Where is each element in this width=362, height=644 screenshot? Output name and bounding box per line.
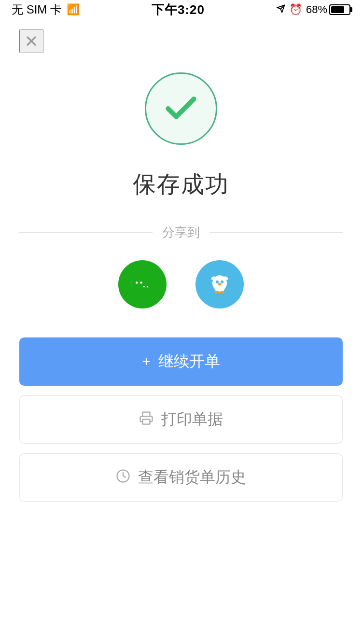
svg-point-11: [147, 286, 149, 288]
share-label: 分享到: [162, 224, 200, 241]
wechat-share-button[interactable]: [118, 260, 167, 308]
success-circle: [145, 72, 217, 145]
close-icon: [24, 33, 39, 49]
history-label: 查看销货单历史: [138, 467, 246, 488]
share-icons-container: [118, 260, 244, 308]
continue-button[interactable]: + 继续开单: [19, 337, 343, 386]
printer-icon: [139, 411, 153, 429]
alarm-icon: ⏰: [289, 3, 302, 16]
divider-left: [19, 232, 153, 233]
battery-indicator: 68%: [306, 3, 350, 16]
main-content: 保存成功 分享到: [0, 19, 362, 521]
svg-rect-21: [143, 419, 150, 424]
print-label: 打印单据: [161, 409, 223, 430]
svg-point-16: [218, 283, 222, 286]
svg-point-15: [221, 280, 223, 283]
qq-icon: [205, 270, 234, 299]
status-bar: 无 SIM 卡 📶 下午3:20 ⏰ 68%: [0, 0, 362, 19]
wifi-icon: 📶: [67, 3, 80, 16]
svg-point-20: [220, 291, 224, 294]
checkmark-icon: [162, 89, 200, 128]
share-divider: 分享到: [19, 224, 343, 241]
print-button[interactable]: 打印单据: [19, 395, 343, 444]
qq-share-button[interactable]: [195, 260, 244, 308]
history-button[interactable]: 查看销货单历史: [19, 453, 343, 502]
location-icon: [277, 3, 285, 16]
plus-icon: +: [142, 353, 151, 370]
close-button[interactable]: [19, 29, 43, 53]
svg-point-14: [216, 280, 219, 283]
status-right: ⏰ 68%: [277, 3, 350, 16]
svg-point-8: [136, 281, 138, 284]
battery-icon: [329, 4, 350, 15]
success-title: 保存成功: [133, 169, 229, 200]
action-buttons: + 继续开单 打印单据 查看销货单历史: [19, 337, 343, 502]
svg-point-9: [140, 281, 142, 284]
svg-point-10: [143, 286, 145, 288]
wechat-icon: [129, 271, 156, 298]
divider-right: [209, 232, 343, 233]
status-left: 无 SIM 卡 📶: [12, 2, 80, 17]
svg-point-19: [215, 291, 220, 294]
battery-percent: 68%: [306, 3, 327, 16]
no-sim-label: 无 SIM 卡: [12, 2, 62, 17]
continue-label: 继续开单: [158, 351, 220, 372]
clock-icon: [116, 469, 130, 487]
status-time: 下午3:20: [152, 1, 205, 18]
